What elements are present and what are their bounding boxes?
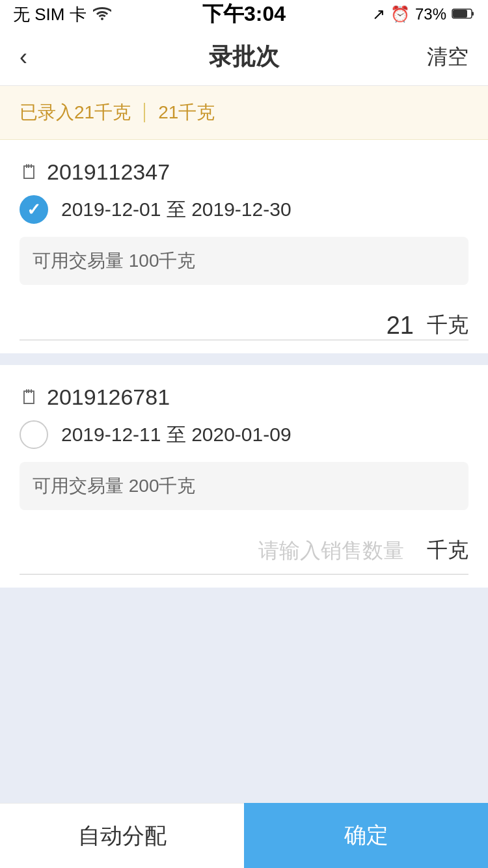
input-unit-2: 千克	[427, 536, 468, 565]
item-card-inner-1: 🗒 2019112347 ✓ 2019-12-01 至 2019-12-30 可…	[0, 140, 488, 285]
item-card-2: 🗒 2019126781 2019-12-11 至 2020-01-09 可用交…	[0, 365, 488, 588]
item-id-1: 2019112347	[47, 159, 170, 185]
svg-rect-1	[472, 12, 474, 16]
avail-box-2: 可用交易量 200千克	[20, 462, 468, 510]
item-row-2[interactable]: 2019-12-11 至 2020-01-09	[20, 420, 468, 449]
alarm-icon: ⏰	[390, 5, 410, 23]
check-icon-1: ✓	[27, 200, 41, 220]
item-card-1: 🗒 2019112347 ✓ 2019-12-01 至 2019-12-30 可…	[0, 140, 488, 353]
main-content: 🗒 2019112347 ✓ 2019-12-01 至 2019-12-30 可…	[0, 140, 488, 868]
item-header-1: 🗒 2019112347	[20, 159, 468, 185]
page-title: 录批次	[209, 41, 279, 73]
item-header-2: 🗒 2019126781	[20, 385, 468, 410]
battery-icon	[452, 5, 475, 23]
qty-input-2[interactable]	[20, 539, 414, 563]
qty-unit-1: 千克	[427, 311, 468, 340]
item-date-2: 2019-12-11 至 2020-01-09	[61, 422, 291, 448]
bottom-buttons: 自动分配 确定	[0, 803, 488, 868]
battery-text: 73%	[415, 5, 446, 23]
item-card-inner-2: 🗒 2019126781 2019-12-11 至 2020-01-09 可用交…	[0, 365, 488, 510]
clear-button[interactable]: 清空	[427, 43, 468, 72]
info-divider	[144, 103, 145, 122]
back-button[interactable]: ‹	[20, 44, 27, 71]
radio-button-2[interactable]	[20, 420, 48, 449]
avail-box-1: 可用交易量 100千克	[20, 237, 468, 285]
info-label: 已录入21千克	[20, 100, 131, 125]
status-left: 无 SIM 卡	[13, 3, 111, 26]
document-icon-2: 🗒	[20, 387, 39, 409]
item-date-1: 2019-12-01 至 2019-12-30	[61, 197, 291, 223]
qty-value-1: 21	[386, 312, 414, 340]
item-row-1[interactable]: ✓ 2019-12-01 至 2019-12-30	[20, 195, 468, 224]
auto-distribute-button[interactable]: 自动分配	[0, 803, 244, 868]
status-time: 下午3:04	[202, 0, 286, 29]
wifi-icon	[93, 5, 111, 25]
item-id-2: 2019126781	[47, 385, 170, 410]
document-icon-1: 🗒	[20, 161, 39, 183]
confirm-button[interactable]: 确定	[244, 803, 488, 868]
location-icon: ↗	[372, 5, 385, 23]
input-row-2: 千克	[0, 523, 488, 565]
radio-button-1[interactable]: ✓	[20, 195, 48, 224]
section-divider	[0, 353, 488, 365]
qty-row-1: 21 千克	[0, 298, 488, 340]
info-value: 21千克	[158, 100, 215, 125]
status-right: ↗ ⏰ 73%	[372, 5, 475, 23]
info-banner: 已录入21千克 21千克	[0, 86, 488, 140]
nav-bar: ‹ 录批次 清空	[0, 29, 488, 86]
svg-rect-2	[453, 10, 467, 18]
carrier-text: 无 SIM 卡	[13, 3, 87, 26]
status-bar: 无 SIM 卡 下午3:04 ↗ ⏰ 73%	[0, 0, 488, 29]
